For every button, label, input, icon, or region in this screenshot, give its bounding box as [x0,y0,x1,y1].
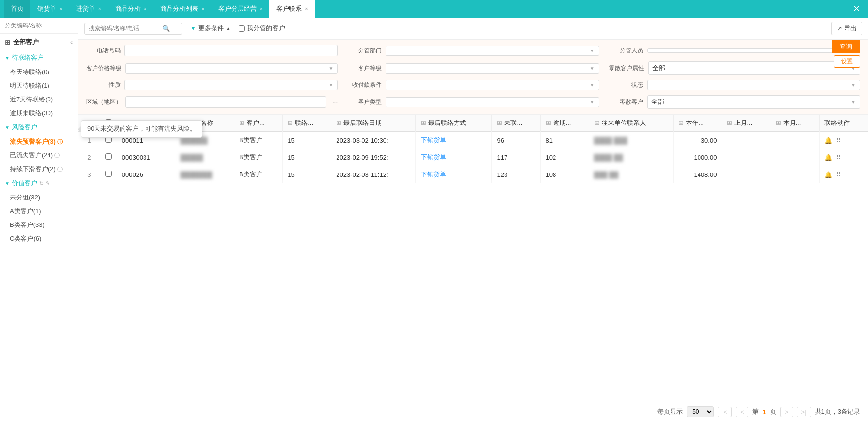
nav-customer-segment-close[interactable]: × [260,6,263,12]
filter-row-customer-type: 客户类型 ▼ [347,95,599,109]
customer-grade-label: 客户等级 [347,64,382,73]
row1-last-method[interactable]: 下销货单 [416,132,492,149]
nav-product-analysis[interactable]: 商品分析 × [108,0,153,18]
sidebar-item-c-class[interactable]: C类客户(6) [0,232,78,246]
sidebar-group-risk[interactable]: ▼ 风险客户 [0,120,78,135]
area-dots[interactable]: ··· [332,98,338,106]
filter-row-retail-attr: 零散客户属性 全部 ▼ [609,61,860,75]
dept-select[interactable]: ▼ [386,46,599,56]
nav-customer-contact-close[interactable]: × [305,6,308,12]
more-conditions-label: 更多条件 [198,24,224,33]
nav-product-analysis-close[interactable]: × [144,6,146,12]
sidebar-item-overdue[interactable]: 逾期未联络(30) [0,106,78,120]
settings-button[interactable]: 设置 [834,55,860,68]
row3-action-contact-icon[interactable]: 🔔 [824,171,832,178]
collapse-icon: « [70,39,73,45]
sidebar-group-value[interactable]: ▼ 价值客户 ↻ ✎ [0,176,78,191]
row2-action-icons[interactable]: 🔔 ⠿ [824,154,863,161]
nav-customer-contact[interactable]: 客户联系 × [269,0,314,18]
row3-checkbox[interactable] [100,166,117,183]
prev-page-btn[interactable]: < [736,407,748,417]
row2-name-blurred: █████ [180,154,203,161]
row3-unit-contact: ███ ██ [589,166,674,183]
value-refresh-icon[interactable]: ↻ [39,180,44,187]
row3-last-method[interactable]: 下销货单 [416,166,492,183]
row2-last-method[interactable]: 下销货单 [416,149,492,166]
row3-name-blurred: ███████ [180,171,212,178]
phone-label: 电话号码 [86,47,121,55]
col-action: 联络动作 [819,115,868,132]
last-page-btn[interactable]: >| [797,407,811,417]
export-btn[interactable]: ↗ 导出 [831,22,862,35]
per-page-select[interactable]: 50 100 200 [687,406,714,417]
phone-input[interactable] [124,45,338,56]
query-button[interactable]: 查询 [832,40,860,53]
sidebar-item-7days[interactable]: 近7天待联络(0) [0,93,78,106]
nav-product-analysis-list-close[interactable]: × [201,6,204,12]
search-icon[interactable]: 🔍 [162,25,170,32]
filter-row-dept: 分管部门 ▼ [347,45,599,56]
sidebar-group-pending[interactable]: ▼ 待联络客户 [0,50,78,65]
nav-sales[interactable]: 销货单 × [30,0,69,18]
row3-action-icons[interactable]: 🔔 ⠿ [824,171,863,178]
my-customers-input[interactable] [239,25,245,32]
filter-row-manager: 分管人员 ··· 查询 设置 [609,45,860,56]
status-select[interactable]: ▼ [647,80,860,90]
value-edit-icon[interactable]: ✎ [46,180,50,187]
sidebar-item-churn-warning[interactable]: 流失预警客户(3) ⓘ [0,135,78,149]
sidebar-search-input[interactable] [5,22,78,29]
nav-purchase-close[interactable]: × [98,6,101,12]
search-box[interactable]: 🔍 [84,23,182,35]
churned-info-icon: ⓘ [54,152,60,158]
gender-select[interactable]: ▼ [124,80,338,90]
row2-contact: 15 [283,149,331,166]
filter-row-price-grade: 客户价格等级 ▼ [86,61,338,75]
sidebar-item-a-class[interactable]: A类客户(1) [0,204,78,218]
sidebar-item-today[interactable]: 今天待联络(0) [0,65,78,79]
first-page-btn[interactable]: |< [718,407,732,417]
retail-attr-select[interactable]: 全部 ▼ [648,61,860,75]
total-pages-label: 页 [770,407,776,416]
col-this-year-icon: ⊞ [678,119,684,126]
sidebar-item-tomorrow[interactable]: 明天待联络(1) [0,79,78,93]
col-overdue-label: 逾期... [553,119,571,126]
retail-attr-label: 零散客户属性 [609,64,644,73]
sidebar-item-churned[interactable]: 已流失客户(24) ⓘ [0,149,78,162]
row2-action-contact-icon[interactable]: 🔔 [824,154,832,161]
row1-this-month [771,132,819,149]
row1-action-contact-icon[interactable]: 🔔 [824,137,832,144]
area-input[interactable] [125,96,326,108]
retail-customer-select[interactable]: 全部 ▼ [647,95,860,109]
customer-grade-select[interactable]: ▼ [386,63,599,74]
customer-type-select[interactable]: ▼ [386,97,599,107]
row2-checkbox[interactable] [100,149,117,166]
row1-action-more-icon[interactable]: ⠿ [836,137,841,144]
nav-product-analysis-list[interactable]: 商品分析列表 × [153,0,211,18]
value-arrow: ▼ [5,181,10,186]
nav-sales-close[interactable]: × [59,6,62,12]
row1-action: 🔔 ⠿ [819,132,868,149]
col-no-contact: ⊞未联... [492,115,540,132]
sidebar-item-ungroups[interactable]: 未分组(32) [0,191,78,204]
sidebar-item-b-class[interactable]: B类客户(33) [0,218,78,232]
sidebar-item-declining[interactable]: 持续下滑客户(2) ⓘ [0,162,78,176]
sidebar-all-customers[interactable]: ⊞ 全部客户 « [0,34,78,50]
price-grade-arrow: ▼ [328,66,333,71]
churned-label: 已流失客户(24) [10,151,53,159]
main-search-input[interactable] [89,25,162,32]
gender-arrow: ▼ [328,82,333,88]
payment-select[interactable]: ▼ [386,80,599,90]
my-customers-checkbox[interactable]: 我分管的客户 [239,24,285,33]
nav-purchase[interactable]: 进货单 × [69,0,108,18]
row2-action-more-icon[interactable]: ⠿ [836,154,841,161]
more-conditions-btn[interactable]: ▼ 更多条件 ▲ [186,22,235,35]
row3-this-year: 1408.00 [674,166,722,183]
manager-select[interactable] [647,48,849,53]
nav-home[interactable]: 首页 [4,0,30,18]
nav-customer-segment[interactable]: 客户分层经营 × [212,0,269,18]
row3-action-more-icon[interactable]: ⠿ [836,171,841,178]
next-page-btn[interactable]: > [780,407,793,417]
close-all-btn[interactable]: ✕ [849,3,864,14]
price-grade-select[interactable]: ▼ [125,63,338,74]
row1-action-icons[interactable]: 🔔 ⠿ [824,137,863,144]
